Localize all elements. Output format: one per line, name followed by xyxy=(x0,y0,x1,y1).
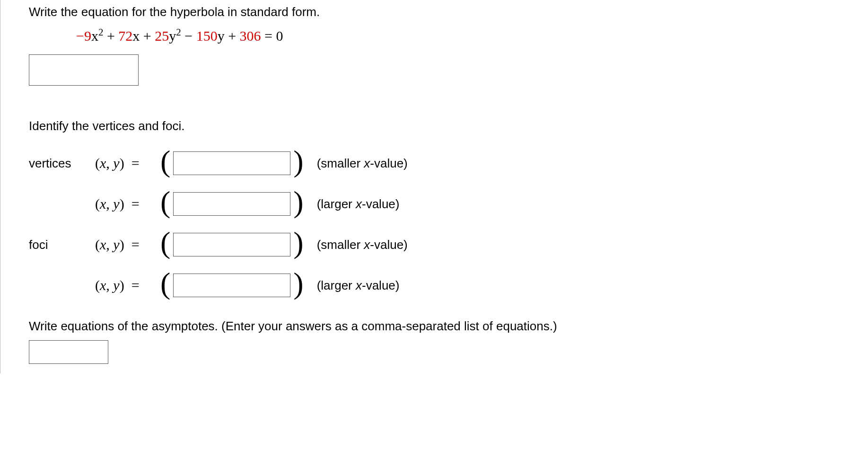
hint-larger-x: (larger x-value) xyxy=(317,278,400,293)
coef-3: 25 xyxy=(155,28,169,44)
coef-1: −9 xyxy=(76,28,91,44)
coef-2: 72 xyxy=(118,28,132,44)
row-focus-larger: (x, y) = ( ) (larger x-value) xyxy=(29,265,833,306)
prompt-standard-form: Write the equation for the hyperbola in … xyxy=(29,5,833,19)
row-focus-smaller: foci (x, y) = ( ) (smaller x-value) xyxy=(29,224,833,265)
vertex-smaller-input[interactable] xyxy=(173,151,290,175)
vertex-larger-input[interactable] xyxy=(173,192,290,216)
var-x2: x xyxy=(132,28,140,44)
hint-smaller-x: (smaller x-value) xyxy=(317,238,408,252)
focus-smaller-input[interactable] xyxy=(173,233,290,256)
exp-3: 2 xyxy=(176,26,181,38)
exp-1: 2 xyxy=(98,26,104,38)
asymptotes-input[interactable] xyxy=(29,340,108,364)
var-x1: x xyxy=(91,28,98,44)
focus-larger-input[interactable] xyxy=(173,274,290,297)
question-container: Write the equation for the hyperbola in … xyxy=(0,0,833,373)
eq-zero: = 0 xyxy=(261,28,283,44)
row-vertex-larger: (x, y) = ( ) (larger x-value) xyxy=(29,184,833,224)
xy-equals: (x, y) = xyxy=(95,237,160,253)
coef-5: 306 xyxy=(240,28,261,44)
prompt-asymptotes: Write equations of the asymptotes. (Ente… xyxy=(29,319,833,334)
op-1: + xyxy=(103,28,118,44)
equation-display: −9x2 + 72x + 25y2 − 150y + 306 = 0 xyxy=(76,28,833,44)
op-2: + xyxy=(140,28,155,44)
xy-equals: (x, y) = xyxy=(95,196,160,212)
var-y2: y xyxy=(218,28,225,44)
hint-smaller-x: (smaller x-value) xyxy=(317,156,408,171)
label-foci: foci xyxy=(29,238,95,252)
var-y1: y xyxy=(169,28,176,44)
op-4: + xyxy=(225,28,240,44)
coef-4: 150 xyxy=(196,28,218,44)
xy-equals: (x, y) = xyxy=(95,155,160,171)
xy-equals: (x, y) = xyxy=(95,277,160,293)
row-vertex-smaller: vertices (x, y) = ( ) (smaller x-value) xyxy=(29,143,833,184)
label-vertices: vertices xyxy=(29,156,95,171)
standard-form-input[interactable] xyxy=(29,54,139,86)
hint-larger-x: (larger x-value) xyxy=(317,197,400,212)
prompt-vertices-foci: Identify the vertices and foci. xyxy=(29,119,833,133)
op-3: − xyxy=(181,28,196,44)
